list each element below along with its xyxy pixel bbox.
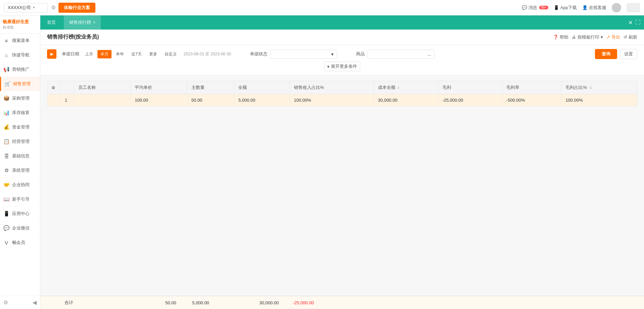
close-window-icon[interactable]: ✕: [628, 19, 633, 26]
goods-input[interactable]: ...: [368, 50, 435, 59]
footer-total: 5,000.00: [188, 300, 222, 305]
refresh-button[interactable]: ↺ 刷新: [624, 34, 637, 40]
date-range-display: 2023-06-01 至 2023-06-30: [184, 51, 231, 57]
logo-sub: 标准版: [3, 25, 37, 30]
search-order-icon: ≡: [3, 38, 9, 44]
page-body: 销售排行榜(按业务员) ❓ 帮助 🖨 按模板打印 ▾ ↗ 导出: [40, 30, 644, 296]
online-service-item[interactable]: 👤 在线客服: [582, 5, 606, 11]
guide-icon: 📖: [3, 196, 9, 202]
tab-bar-right: ✕ ⛶: [628, 19, 644, 26]
trial-button[interactable]: 体验行业方案: [58, 3, 95, 13]
sidebar-item-operation[interactable]: 📋 经营管理: [0, 135, 40, 149]
maximize-icon[interactable]: ⛶: [635, 19, 641, 25]
sidebar-item-sales[interactable]: 🛒 销售管理: [0, 77, 40, 91]
date-tab-prev-month[interactable]: 上月: [82, 50, 96, 58]
th-gross-ratio[interactable]: 毛利占比% ⇅: [561, 81, 637, 94]
th-gross-profit: 毛利: [438, 81, 502, 94]
tab-bar: 首页 销售排行榜 × ✕ ⛶: [40, 15, 644, 30]
sidebar-item-guide[interactable]: 📖 新手引导: [0, 192, 40, 207]
data-table: ⚙ 员工名称 平均单价 主数量 全额 销售收入占比% 成本全额 ℹ: [47, 81, 637, 106]
help-button[interactable]: ❓ 帮助: [553, 34, 568, 40]
row-gross-rate: -500.00%: [502, 94, 561, 106]
status-select[interactable]: ▾: [270, 50, 337, 59]
app-download-label: App下载: [560, 5, 577, 11]
th-settings[interactable]: ⚙: [47, 81, 61, 94]
sidebar-label-wechat: 企业微信: [12, 225, 30, 231]
print-icon: 🖨: [572, 35, 576, 40]
tab-home[interactable]: 首页: [40, 15, 62, 30]
table-header-row: ⚙ 员工名称 平均单价 主数量 全额 销售收入占比% 成本全额 ℹ: [47, 81, 637, 94]
date-tab-current-year[interactable]: 本年: [113, 50, 127, 58]
th-rank: [61, 81, 74, 94]
filter-actions: 查询 设置: [595, 49, 637, 59]
app-download-item[interactable]: 📱 App下载: [554, 5, 577, 11]
row-gear: [47, 94, 61, 106]
avatar[interactable]: [612, 3, 621, 12]
enterprise-icon: 🤝: [3, 182, 9, 188]
sidebar-label-system: 系统管理: [12, 167, 30, 173]
sidebar-logo: 畅康通好生意 标准版: [0, 15, 40, 34]
cost-info-icon[interactable]: ℹ: [398, 86, 399, 90]
sidebar-item-wechat[interactable]: 💬 企业微信: [0, 221, 40, 236]
settings-icon[interactable]: ⚙: [51, 4, 56, 11]
row-sales-ratio: 100.00%: [290, 94, 374, 106]
sidebar-item-finance[interactable]: 💰 资金管理: [0, 120, 40, 135]
collapse-icon[interactable]: ◀: [33, 299, 37, 306]
tab-close-icon[interactable]: ×: [93, 20, 95, 25]
page-actions: ❓ 帮助 🖨 按模板打印 ▾ ↗ 导出 ↺ 刷新: [553, 34, 637, 40]
export-icon: ↗: [606, 35, 610, 40]
filter-collapse-btn[interactable]: ▶: [47, 49, 56, 59]
export-button[interactable]: ↗ 导出: [606, 34, 620, 40]
col-gear-icon: ⚙: [51, 85, 55, 90]
sidebar-item-member[interactable]: V 畅会员: [0, 236, 40, 250]
collapse-arrow-icon: ▶: [50, 52, 53, 56]
tab-sales-ranking[interactable]: 销售排行榜 ×: [64, 15, 101, 30]
table-settings-button[interactable]: 设置: [620, 49, 637, 59]
sidebar-item-basic-info[interactable]: 🗄 基础信息: [0, 149, 40, 163]
template-print-button[interactable]: 🖨 按模板打印 ▾: [572, 34, 603, 40]
refresh-label: 刷新: [629, 34, 637, 40]
status-filter-label: 单据状态: [250, 51, 267, 57]
service-icon: 👤: [582, 5, 588, 10]
sidebar: 畅康通好生意 标准版 ≡ 搜索菜单 ⌂ 快捷导航 📢 营销推广 🛒 销售管理 📦…: [0, 15, 40, 309]
date-filter-label: 单据日期: [62, 51, 79, 57]
help-label: 帮助: [560, 34, 568, 40]
sidebar-item-marketing[interactable]: 📢 营销推广: [0, 62, 40, 77]
settings-footer-icon[interactable]: ⚙: [3, 299, 8, 306]
goods-input-more: ...: [427, 52, 431, 57]
notification-item[interactable]: 💬 消息 99+: [522, 5, 548, 11]
sidebar-item-purchase[interactable]: 📦 采购管理: [0, 91, 40, 106]
notification-badge: 99+: [539, 6, 548, 9]
operation-icon: 📋: [3, 139, 9, 145]
date-tab-7days[interactable]: 近7天: [128, 50, 145, 58]
tab-label-sales-ranking: 销售排行榜: [69, 19, 91, 25]
row-gross-ratio: 100.00%: [561, 94, 637, 106]
footer-total-label: 合计: [60, 300, 128, 306]
basic-info-icon: 🗄: [3, 153, 9, 159]
date-tab-custom[interactable]: 自定义: [162, 50, 180, 58]
sidebar-item-app-center[interactable]: 📱 应用中心: [0, 207, 40, 221]
expand-conditions-button[interactable]: ▾ 展开更多条件: [324, 62, 360, 71]
app-center-icon: 📱: [3, 211, 9, 217]
sidebar-item-search-order[interactable]: ≡ 搜索菜单: [0, 34, 40, 48]
sidebar-item-quick-nav[interactable]: ⌂ 快捷导航: [0, 48, 40, 62]
row-cost: 30,000.00: [374, 94, 438, 106]
goods-filter-label: 商品: [356, 51, 365, 57]
sidebar-item-inventory[interactable]: 📊 库存核算: [0, 106, 40, 120]
sidebar-label-search: 搜索菜单: [12, 38, 30, 44]
sidebar-item-system[interactable]: ⚙ 系统管理: [0, 163, 40, 178]
notification-label: 消息: [528, 5, 537, 11]
date-tab-more[interactable]: 更多: [146, 50, 160, 58]
company-selector[interactable]: XXXXX公司 ▾: [4, 3, 48, 12]
date-tabs: 上月 本月 本年 近7天 更多 自定义: [82, 50, 180, 58]
sidebar-label-purchase: 采购管理: [12, 95, 30, 101]
sidebar-label-sales: 销售管理: [13, 81, 31, 87]
date-tab-current-month[interactable]: 本月: [97, 50, 112, 58]
row-rank: 1: [61, 94, 74, 106]
query-button[interactable]: 查询: [595, 49, 617, 59]
quick-nav-icon: ⌂: [3, 52, 9, 58]
header-right: 💬 消息 99+ 📱 App下载 👤 在线客服: [522, 3, 640, 12]
table-container: ⚙ 员工名称 平均单价 主数量 全额 销售收入占比% 成本全额 ℹ: [40, 75, 644, 112]
sidebar-item-enterprise[interactable]: 🤝 企业协同: [0, 178, 40, 192]
finance-icon: 💰: [3, 124, 9, 130]
